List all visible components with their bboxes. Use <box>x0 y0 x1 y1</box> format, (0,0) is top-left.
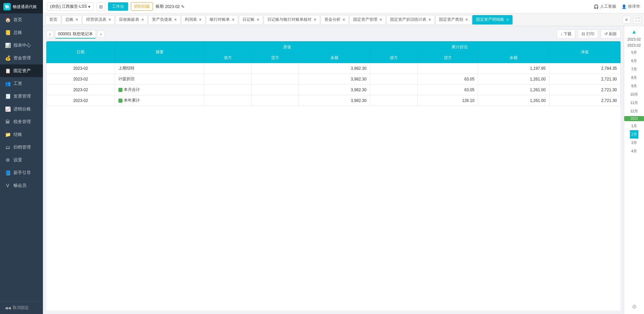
month-item-10月[interactable]: 10月 <box>629 90 639 99</box>
scroll-up-button[interactable]: ▲ <box>630 28 638 36</box>
cell-yz-debit-3 <box>204 95 252 106</box>
print-button[interactable]: ⊟ 打印 <box>578 30 598 39</box>
tab-close-1[interactable]: ✕ <box>75 18 78 21</box>
th-summary: 摘要 <box>115 42 204 63</box>
tab-12[interactable]: 固定资产类别✕ <box>435 15 472 24</box>
sidebar-item-5[interactable]: 👥工资 <box>0 77 43 90</box>
tab-4[interactable]: 资产负债表✕ <box>148 15 180 24</box>
month-item-5月[interactable]: 5月 <box>629 48 639 57</box>
cell-lj-credit-2: 63.05 <box>417 85 478 95</box>
logo-text: 畅捷通易代账 <box>13 4 37 10</box>
tab-maximize-button[interactable]: ⛶ <box>633 16 641 24</box>
breadcrumb-current[interactable]: 000001 联想笔记本 <box>55 30 96 39</box>
sidebar-icon-9: 📁 <box>5 132 11 137</box>
tab-close-3[interactable]: ✕ <box>141 18 144 21</box>
human-service-btn[interactable]: 🎧 人工客服 <box>594 4 616 9</box>
sidebar-nav: 🏠首页📒总账📊报表中心💰资金管理📋固定资产👥工资🧾发票管理📈进销台账🏛税务管理📁… <box>0 13 43 301</box>
month-item-3月[interactable]: 3月 <box>630 139 638 147</box>
breadcrumb-prev[interactable]: ‹ <box>46 31 54 38</box>
sidebar-item-9[interactable]: 📁结账 <box>0 128 43 141</box>
topbar-right: 🎧 人工客服 👤 徐泽华 <box>594 4 640 9</box>
sidebar-label-5: 工资 <box>13 81 22 87</box>
sidebar-item-11[interactable]: ⚙设置 <box>0 154 43 166</box>
right-date-panel: ▲ 2023.02 2023.02 5月6月7月8月9月10月11月12月 20… <box>624 26 644 314</box>
year-badge: 2023 <box>624 116 644 121</box>
cell-date-3: 2023-02 <box>47 95 115 106</box>
workbench-button[interactable]: 工作台 <box>108 2 128 11</box>
tab-close-12[interactable]: ✕ <box>465 18 468 21</box>
tab-close-13[interactable]: ✕ <box>506 18 509 21</box>
cell-yz-credit-1 <box>252 74 299 85</box>
month-item-9月[interactable]: 9月 <box>629 82 639 90</box>
tab-5[interactable]: 利润表✕ <box>181 15 205 24</box>
settings-icon[interactable]: ⚙ <box>629 301 639 313</box>
tab-close-2[interactable]: ✕ <box>108 18 111 21</box>
sidebar-icon-0: 🏠 <box>5 17 11 22</box>
month-item-2月[interactable]: 2月 <box>630 130 638 139</box>
copy-button[interactable]: ⊞ <box>97 2 105 11</box>
company-selector[interactable]: (劝告) 江西服堂-LSS ▾ <box>47 2 94 11</box>
sidebar-item-13[interactable]: V畅会员 <box>0 179 43 192</box>
oldver-button[interactable]: 切到旧版 <box>131 2 153 11</box>
breadcrumb: ‹ 000001 联想笔记本 › <box>46 30 105 39</box>
sidebar-item-1[interactable]: 📒总账 <box>0 26 43 39</box>
tab-2[interactable]: 经营状况表✕ <box>83 15 115 24</box>
cell-summary-0: 上期结转 <box>115 63 204 74</box>
tab-close-9[interactable]: ✕ <box>342 18 345 21</box>
month-item-1月[interactable]: 1月 <box>630 122 638 130</box>
month-item-12月[interactable]: 12月 <box>629 107 639 115</box>
sidebar-item-3[interactable]: 💰资金管理 <box>0 52 43 64</box>
tab-8[interactable]: 日记账与银行对账单核对✕ <box>264 15 320 24</box>
tab-0[interactable]: 首页 <box>46 15 61 24</box>
sidebar-item-8[interactable]: 🏛税务管理 <box>0 115 43 128</box>
sidebar-icon-10: 🗂 <box>5 145 11 150</box>
user-profile[interactable]: 👤 徐泽华 <box>622 4 640 9</box>
tab-close-10[interactable]: ✕ <box>379 18 382 21</box>
month-item-7月[interactable]: 7月 <box>629 65 639 73</box>
sidebar-item-7[interactable]: 📈进销台账 <box>0 103 43 115</box>
cell-summary-1: 计提折旧 <box>115 74 204 85</box>
sidebar-item-0[interactable]: 🏠首页 <box>0 13 43 26</box>
tab-close-all-button[interactable]: ✕ <box>623 16 631 24</box>
tab-11[interactable]: 固定资产折旧统计表✕ <box>386 15 435 24</box>
cell-lj-debit-1 <box>370 74 417 85</box>
sidebar-label-2: 报表中心 <box>13 42 31 48</box>
refresh-button[interactable]: ↺ 刷新 <box>601 30 621 39</box>
breadcrumb-code: 000001 <box>58 32 71 36</box>
tab-1[interactable]: 总账✕ <box>62 15 82 24</box>
breadcrumb-next[interactable]: › <box>97 31 105 38</box>
tab-close-7[interactable]: ✕ <box>257 18 259 21</box>
tab-close-8[interactable]: ✕ <box>314 18 316 21</box>
sidebar-item-6[interactable]: 🧾发票管理 <box>0 90 43 103</box>
tab-7[interactable]: 日记账✕ <box>239 15 263 24</box>
th-accumulated-depreciation: 累计折旧 <box>370 42 549 53</box>
sidebar-item-12[interactable]: 📘新手引导 <box>0 166 43 179</box>
th-lj-debit: 借方 <box>370 53 417 63</box>
tab-close-5[interactable]: ✕ <box>199 18 202 21</box>
period-edit-icon[interactable]: ✎ <box>181 4 184 9</box>
tab-10[interactable]: 固定资产管理✕ <box>350 15 386 24</box>
tab-close-4[interactable]: ✕ <box>174 18 177 21</box>
tab-label-4: 资产负债表 <box>152 17 172 22</box>
chevron-down-icon: ▾ <box>88 4 90 9</box>
sidebar-label-13: 畅会员 <box>13 182 26 189</box>
month-item-4月[interactable]: 4月 <box>630 147 638 155</box>
sidebar-label-3: 资金管理 <box>13 55 31 61</box>
tab-9[interactable]: 资金分析✕ <box>321 15 349 24</box>
tab-3[interactable]: 应收账龄表✕ <box>115 15 148 24</box>
sidebar-item-2[interactable]: 📊报表中心 <box>0 39 43 52</box>
tab-13[interactable]: 固定资产明细账✕ <box>472 15 513 24</box>
tab-close-6[interactable]: ✕ <box>232 18 234 21</box>
cell-yz-credit-0 <box>252 63 299 74</box>
download-button[interactable]: ↓ 下载 <box>557 30 575 39</box>
sidebar-item-10[interactable]: 🗂归档管理 <box>0 141 43 154</box>
sidebar-unpin[interactable]: ◀◀ 取消固定 <box>0 301 43 314</box>
month-item-6月[interactable]: 6月 <box>629 57 639 65</box>
tab-6[interactable]: 银行对账单✕ <box>206 15 238 24</box>
month-item-11月[interactable]: 11月 <box>629 99 639 107</box>
sidebar-item-4[interactable]: 📋固定资产 <box>0 64 43 77</box>
tab-close-11[interactable]: ✕ <box>428 18 431 21</box>
month-item-8月[interactable]: 8月 <box>629 73 639 82</box>
topbar: (劝告) 江西服堂-LSS ▾ ⊞ 工作台 切到旧版 账期 2023-02 ✎ … <box>43 0 644 13</box>
cell-lj-debit-0 <box>370 63 417 74</box>
